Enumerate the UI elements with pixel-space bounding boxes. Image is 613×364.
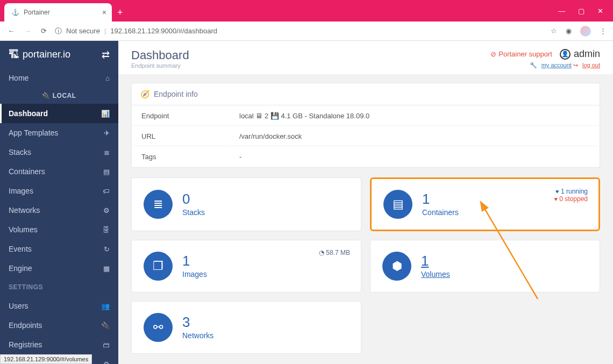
users-icon: 👥 xyxy=(101,302,110,310)
sidebar-item-stacks[interactable]: Stacks ≣ xyxy=(0,142,118,162)
volumes-label: Volumes xyxy=(421,270,450,279)
info-row-url: URL /var/run/docker.sock xyxy=(133,127,598,146)
browser-status-bar: 192.168.21.129:9000/#/volumes xyxy=(0,354,92,364)
sidebar-toggle-icon[interactable]: ⇄ xyxy=(102,49,110,61)
heart-stopped-icon: ♥ xyxy=(554,196,558,202)
sidebar-item-images[interactable]: Images 🏷 xyxy=(0,181,118,201)
tile-volumes[interactable]: ⬢ 1 Volumes xyxy=(370,240,600,292)
sidebar-item-registries[interactable]: Registries 🗃 xyxy=(0,335,118,354)
window-controls: — ▢ ✕ xyxy=(548,0,613,22)
sidebar: 🏗 portainer.io ⇄ Home ⌂ 🔌 LOCAL Dashboar… xyxy=(0,41,118,364)
page-title: Dashboard xyxy=(131,48,189,62)
stacks-tile-icon: ≣ xyxy=(144,190,173,219)
images-tile-icon: ❐ xyxy=(144,252,173,281)
containers-count: 1 xyxy=(422,192,459,206)
tab-title: Portainer xyxy=(24,9,50,16)
browser-title-bar: ⚓ Portainer × + — ▢ ✕ xyxy=(0,0,613,22)
stacks-count: 0 xyxy=(182,192,205,206)
tile-stacks[interactable]: ≣ 0 Stacks xyxy=(131,177,361,231)
stacks-icon: ≣ xyxy=(104,148,110,156)
volumes-icon: 🗄 xyxy=(103,226,110,234)
tile-networks[interactable]: ⚯ 3 Networks xyxy=(131,301,361,354)
url-text: 192.168.21.129:9000/#/dashboard xyxy=(110,27,217,35)
images-icon: 🏷 xyxy=(103,187,110,195)
security-info-icon[interactable]: ⓘ xyxy=(55,26,62,36)
stacks-label: Stacks xyxy=(182,208,205,217)
networks-icon: ⚙ xyxy=(103,206,110,215)
events-icon: ↻ xyxy=(104,245,110,253)
templates-icon: ✈ xyxy=(104,129,110,137)
security-label: Not secure xyxy=(66,27,100,35)
url-input[interactable]: ⓘ Not secure | 192.168.21.129:9000/#/das… xyxy=(55,26,544,36)
networks-label: Networks xyxy=(182,331,213,340)
nav-forward-icon: → xyxy=(23,27,32,35)
volumes-count: 1 xyxy=(421,254,450,268)
my-account-link[interactable]: my account xyxy=(541,62,572,68)
heart-running-icon: ♥ xyxy=(555,188,559,195)
containers-label: Containers xyxy=(422,208,459,217)
nav-back-icon[interactable]: ← xyxy=(6,27,16,35)
browser-address-bar: ← → ⟳ ⓘ Not secure | 192.168.21.129:9000… xyxy=(0,22,613,41)
endpoint-info-panel: 🧭 Endpoint info Endpoint local 🖥 2 💾 4.1… xyxy=(131,83,600,168)
sidebar-item-engine[interactable]: Engine ▦ xyxy=(0,259,118,278)
main-content: Dashboard Endpoint summary ⊘ Portainer s… xyxy=(118,41,613,364)
networks-tile-icon: ⚯ xyxy=(144,313,173,342)
logo[interactable]: 🏗 portainer.io xyxy=(9,48,70,61)
sidebar-item-home[interactable]: Home ⌂ xyxy=(0,68,118,88)
sidebar-item-users[interactable]: Users 👥 xyxy=(0,296,118,316)
support-link[interactable]: ⊘ Portainer support xyxy=(490,50,552,58)
tile-images[interactable]: ❐ 1 Images ◔ 58.7 MB xyxy=(131,240,361,292)
sidebar-item-endpoints[interactable]: Endpoints 🔌 xyxy=(0,316,118,335)
nav-reload-icon[interactable]: ⟳ xyxy=(39,27,48,35)
info-row-tags: Tags - xyxy=(133,147,598,166)
maximize-icon[interactable]: ▢ xyxy=(578,7,585,15)
sidebar-item-containers[interactable]: Containers ▤ xyxy=(0,162,118,181)
sidebar-section-local: 🔌 LOCAL xyxy=(0,88,118,104)
crane-icon: 🏗 xyxy=(9,48,19,61)
minimize-icon[interactable]: — xyxy=(558,7,565,15)
browser-tab[interactable]: ⚓ Portainer × xyxy=(4,3,112,22)
tachometer-icon: 🧭 xyxy=(140,90,149,98)
settings-icon: ⚙ xyxy=(103,360,110,365)
tile-containers[interactable]: ▤ 1 Containers ♥ 1 running ♥ 0 stopped xyxy=(370,177,600,231)
wrench-icon: 🔧 xyxy=(530,62,537,68)
panel-title: Endpoint info xyxy=(154,90,198,98)
user-icon: 👤 xyxy=(560,49,571,60)
lifebuoy-icon: ⊘ xyxy=(490,50,496,58)
sidebar-item-app-templates[interactable]: App Templates ✈ xyxy=(0,123,118,142)
images-label: Images xyxy=(182,270,207,279)
main-header: Dashboard Endpoint summary ⊘ Portainer s… xyxy=(118,41,613,74)
user-chip[interactable]: 👤 admin xyxy=(560,48,600,60)
dashboard-icon: 📊 xyxy=(101,110,110,118)
sidebar-section-settings: SETTINGS xyxy=(0,278,118,296)
sidebar-item-networks[interactable]: Networks ⚙ xyxy=(0,201,118,220)
tab-close-icon[interactable]: × xyxy=(102,8,106,17)
images-count: 1 xyxy=(182,254,207,268)
sidebar-item-events[interactable]: Events ↻ xyxy=(0,239,118,259)
logout-icon: ↪ xyxy=(573,62,578,68)
engine-icon: ▦ xyxy=(103,265,110,273)
containers-icon: ▤ xyxy=(103,168,110,176)
logout-link[interactable]: log out xyxy=(582,62,600,68)
sidebar-item-dashboard[interactable]: Dashboard 📊 xyxy=(0,104,118,123)
browser-menu-icon[interactable]: ⋮ xyxy=(600,27,607,35)
home-icon: ⌂ xyxy=(105,74,110,82)
extension-icon[interactable]: ◉ xyxy=(566,27,572,35)
containers-tile-icon: ▤ xyxy=(383,190,412,219)
new-tab-button[interactable]: + xyxy=(117,7,123,18)
registries-icon: 🗃 xyxy=(103,341,110,349)
pie-icon: ◔ xyxy=(319,249,324,256)
networks-count: 3 xyxy=(182,315,213,329)
profile-avatar-icon[interactable] xyxy=(580,26,591,37)
sidebar-item-volumes[interactable]: Volumes 🗄 xyxy=(0,220,118,239)
endpoints-icon: 🔌 xyxy=(101,322,110,330)
page-subtitle: Endpoint summary xyxy=(131,62,189,69)
volumes-tile-icon: ⬢ xyxy=(382,252,411,281)
bookmark-icon[interactable]: ☆ xyxy=(551,27,557,35)
info-row-endpoint: Endpoint local 🖥 2 💾 4.1 GB - Standalone… xyxy=(133,106,598,126)
tab-favicon-icon: ⚓ xyxy=(11,8,19,17)
close-icon[interactable]: ✕ xyxy=(597,7,603,15)
